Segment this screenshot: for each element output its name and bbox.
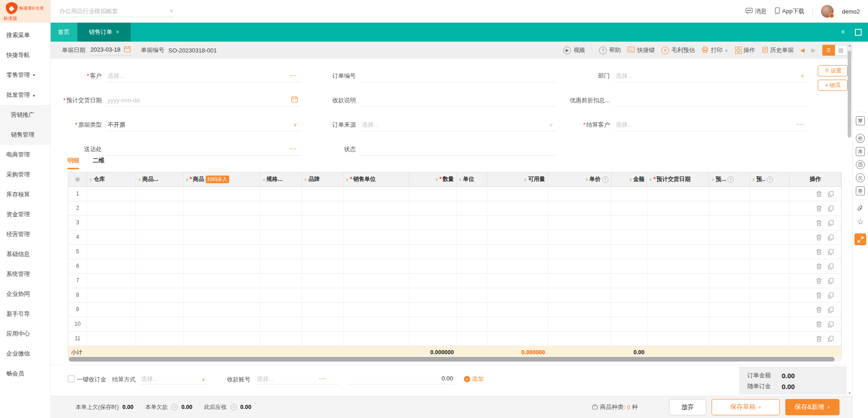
grid-cell[interactable]: [647, 216, 710, 230]
grid-cell[interactable]: [260, 259, 302, 273]
grid-cell[interactable]: [302, 303, 344, 317]
sidebar-item-营销推广[interactable]: 营销推广: [0, 105, 50, 125]
sidebar-item-企业微信[interactable]: 企业微信: [0, 344, 50, 364]
grid-cell[interactable]: [260, 230, 302, 244]
grid-cell[interactable]: [260, 216, 302, 230]
copy-row-icon[interactable]: [828, 234, 834, 241]
grid-cell[interactable]: [548, 332, 611, 346]
grid-cell[interactable]: [457, 187, 487, 201]
grid-cell[interactable]: [647, 230, 710, 244]
delete-row-icon[interactable]: [816, 263, 822, 270]
column-header-商品[interactable]: ▲▼*商品扫码录入: [184, 172, 260, 186]
delete-row-icon[interactable]: [816, 220, 822, 226]
list-view-toggle[interactable]: ☰: [822, 45, 835, 56]
grid-cell[interactable]: [87, 201, 136, 215]
sort-icon[interactable]: ▲▼: [585, 178, 588, 181]
grid-cell[interactable]: [184, 245, 260, 259]
grid-cell[interactable]: [750, 259, 790, 273]
grid-cell[interactable]: [487, 259, 548, 273]
grid-cell[interactable]: [344, 201, 409, 215]
grid-cell[interactable]: [87, 230, 136, 244]
calendar-icon[interactable]: [291, 96, 298, 104]
settle-method-select[interactable]: 选择...: [140, 373, 209, 385]
delete-row-icon[interactable]: [816, 249, 822, 255]
copy-row-icon[interactable]: [828, 263, 834, 270]
grid-cell[interactable]: [260, 245, 302, 259]
discount-total-field[interactable]: [614, 94, 807, 107]
chevron-down-icon[interactable]: ∨: [549, 121, 553, 128]
delete-row-icon[interactable]: [816, 278, 822, 284]
copy-row-icon[interactable]: [828, 205, 834, 212]
grid-cell[interactable]: [611, 201, 647, 215]
vscroll-thumb[interactable]: [848, 51, 851, 138]
prev-doc-icon[interactable]: ◀: [801, 47, 805, 53]
sidebar-item-经营管理[interactable]: 经营管理: [0, 224, 50, 244]
grid-cell[interactable]: [548, 245, 611, 259]
status-field[interactable]: [360, 143, 556, 156]
sort-icon[interactable]: ▲▼: [138, 178, 141, 181]
tab-sales-order[interactable]: 销售订单×: [77, 23, 131, 42]
delete-row-icon[interactable]: [816, 307, 822, 313]
grid-cell[interactable]: [611, 259, 647, 273]
messages-button[interactable]: 消息: [745, 7, 767, 15]
grid-cell[interactable]: [548, 230, 611, 244]
grid-cell[interactable]: [750, 187, 790, 201]
grid-cell[interactable]: [709, 259, 750, 273]
column-header-仓库[interactable]: ▲▼仓库: [87, 172, 136, 186]
grid-cell[interactable]: [611, 216, 647, 230]
tab-detail[interactable]: 明细: [67, 157, 79, 169]
grid-cell[interactable]: [709, 230, 750, 244]
grid-cell[interactable]: [409, 288, 457, 302]
help-button[interactable]: ?帮助: [599, 46, 621, 54]
sidebar-item-电商管理[interactable]: 电商管理: [0, 145, 50, 165]
print-button[interactable]: 打印∨: [702, 46, 728, 54]
grid-cell[interactable]: [87, 245, 136, 259]
tab-two-dim[interactable]: 二维: [93, 157, 104, 169]
grid-cell[interactable]: [87, 216, 136, 230]
grid-cell[interactable]: [709, 245, 750, 259]
account-picker-icon[interactable]: ···: [319, 375, 326, 382]
settings-button[interactable]: 设置: [818, 65, 848, 76]
user-avatar[interactable]: [821, 5, 834, 18]
grid-cell[interactable]: [709, 274, 750, 288]
column-header-数量[interactable]: ▲▼*数量: [409, 172, 457, 186]
grid-cell[interactable]: [409, 216, 457, 230]
grid-cell[interactable]: [409, 187, 457, 201]
column-header-商品...[interactable]: ▲▼商品...: [136, 172, 184, 186]
grid-cell[interactable]: [548, 187, 611, 201]
grid-cell[interactable]: [457, 274, 487, 288]
sidebar-item-零售管理[interactable]: 零售管理▼: [0, 65, 50, 85]
grid-cell[interactable]: [709, 187, 750, 201]
grid-cell[interactable]: [87, 274, 136, 288]
grid-cell[interactable]: [611, 274, 647, 288]
grid-cell[interactable]: [611, 317, 647, 331]
logistics-button[interactable]: + 物流: [818, 80, 848, 91]
grid-cell[interactable]: [647, 187, 710, 201]
grid-cell[interactable]: [487, 332, 548, 346]
sort-icon[interactable]: ▲▼: [459, 178, 462, 181]
grid-cell[interactable]: [136, 259, 184, 273]
grid-cell[interactable]: [647, 201, 710, 215]
grid-cell[interactable]: [87, 187, 136, 201]
grid-cell[interactable]: [184, 288, 260, 302]
sidebar-item-搜索菜单[interactable]: 搜索菜单: [0, 25, 50, 45]
grid-cell[interactable]: [611, 303, 647, 317]
sidebar-item-畅会员[interactable]: 畅会员: [0, 364, 50, 384]
invoice-type-select[interactable]: 不开票: [106, 119, 302, 131]
column-header-预..[interactable]: ▲▼预..?: [750, 172, 790, 186]
grid-cell[interactable]: [409, 303, 457, 317]
grid-cell[interactable]: [709, 303, 750, 317]
grid-cell[interactable]: [184, 201, 260, 215]
grid-cell[interactable]: [136, 216, 184, 230]
close-tab-icon[interactable]: ×: [116, 28, 119, 35]
grid-cell[interactable]: [750, 288, 790, 302]
column-header-单价[interactable]: ▲▼单价?: [548, 172, 611, 186]
grid-cell[interactable]: [136, 303, 184, 317]
settle-customer-picker-icon[interactable]: ···: [797, 121, 804, 128]
grid-cell[interactable]: [611, 230, 647, 244]
grid-cell[interactable]: [184, 187, 260, 201]
grid-cell[interactable]: [344, 216, 409, 230]
receipt-note-field[interactable]: [360, 94, 556, 107]
grid-cell[interactable]: [302, 187, 344, 201]
grid-cell[interactable]: [409, 317, 457, 331]
